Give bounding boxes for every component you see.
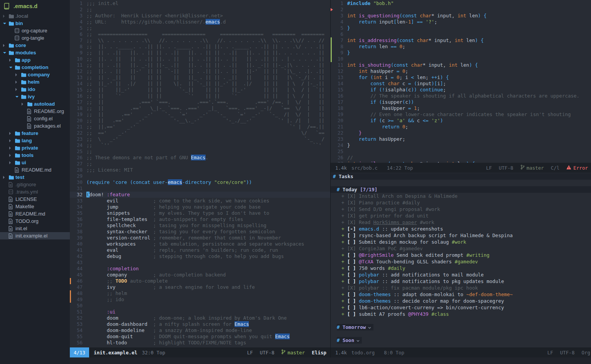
tree-item-readme-org[interactable]: README.org <box>0 108 70 115</box>
org-heading[interactable]: # Soon <box>331 337 591 344</box>
task-row[interactable]: + [ ] @TcXA Touch-bending GLSL shaders #… <box>331 258 591 265</box>
chevron-right-icon[interactable] <box>9 147 15 150</box>
task-row[interactable]: + [ ] lb6-action/convert-curreny => bin/… <box>331 304 591 311</box>
tree-item-org-tangle[interactable]: org-tangle <box>0 34 70 42</box>
doc-file-icon <box>8 219 15 224</box>
modeline-encoding[interactable]: UTF-8 <box>260 350 275 356</box>
tree-item-makefile[interactable]: Makefile <box>0 203 70 210</box>
org-heading[interactable]: # Tomorrow <box>331 324 591 330</box>
git-branch-indicator[interactable]: master <box>520 165 544 171</box>
tree-item--gitignore[interactable]: .gitignore <box>0 181 70 188</box>
chevron-right-icon[interactable] <box>9 154 15 157</box>
chevron-down-icon[interactable] <box>15 96 21 98</box>
task-row[interactable]: + [-] emacs.d :: update screenshots <box>331 226 591 232</box>
org-heading[interactable]: # Tasks <box>331 173 591 180</box>
tree-item-ido[interactable]: ido <box>0 86 70 93</box>
task-row[interactable]: + [X] Send D/D engi proposal #work <box>331 206 591 212</box>
git-branch-indicator[interactable]: master <box>281 349 305 356</box>
chevron-right-icon[interactable] <box>3 15 8 18</box>
echo-area[interactable] <box>70 357 591 364</box>
task-row[interactable]: + [X] Read HorkSimms paper #work <box>331 219 591 226</box>
chevron-right-icon[interactable] <box>9 139 15 142</box>
chevron-right-icon[interactable] <box>15 73 21 76</box>
tree-item-config-el[interactable]: config.el <box>0 115 70 122</box>
tree-item-init-el[interactable]: init.el <box>0 225 70 232</box>
tree-item-feature[interactable]: feature <box>0 130 70 137</box>
modeline-eol[interactable]: LF <box>247 350 253 356</box>
modeline-eol[interactable]: LF <box>486 165 492 171</box>
tree-item-helm[interactable]: helm <box>0 78 70 86</box>
chevron-right-icon[interactable] <box>3 44 8 47</box>
folded-heading[interactable]: # Soon <box>337 337 362 344</box>
task-row[interactable]: + [X] CorgieJam PoC #gamedev <box>331 245 591 252</box>
task-row[interactable]: + [ ] polybar :: add notifications to pk… <box>331 278 591 285</box>
project-root[interactable]: .emacs.d <box>0 0 70 12</box>
task-row[interactable]: + [X] Install Arch on Despina & Halimede <box>331 193 591 199</box>
modeline-encoding[interactable]: UTF-8 <box>560 350 575 356</box>
tree-item-org-capture[interactable]: org-capture <box>0 27 70 34</box>
chevron-right-icon[interactable] <box>9 59 15 62</box>
task-row[interactable]: + [ ] polybar :: add notifications to ma… <box>331 271 591 278</box>
task-row[interactable]: + [X] Piano practice #daily <box>331 199 591 206</box>
tree-item-private[interactable]: private <box>0 144 70 152</box>
modeline-eol[interactable]: LF <box>547 350 553 356</box>
tree-item-ui[interactable]: ui <box>0 159 70 166</box>
tree-item-license[interactable]: LICENSE <box>0 195 70 203</box>
tree-item-readme-md[interactable]: README.md <box>0 210 70 217</box>
task-row[interactable]: + [ ] doom-themes :: adapt doom-molokai … <box>331 291 591 298</box>
error-indicator[interactable]: Error <box>566 165 588 171</box>
chevron-right-icon[interactable] <box>15 88 21 91</box>
folded-heading[interactable]: # Tomorrow <box>337 324 373 330</box>
code-line: 18;; || .==' \_|-_ `===. .===' _|_ `===.… <box>70 105 330 111</box>
modeline-major-mode[interactable]: Elisp <box>312 350 326 356</box>
modeline-major-mode[interactable]: C/l <box>551 165 560 171</box>
task-row[interactable]: + [ ] rsync-based Arch backup script for… <box>331 232 591 239</box>
task-row[interactable]: + [ ] doom-themes :: decide color map fo… <box>331 298 591 304</box>
tree-item-core[interactable]: core <box>0 42 70 49</box>
tree-item-company[interactable]: company <box>0 71 70 78</box>
modeline-encoding[interactable]: UTF-8 <box>499 165 513 171</box>
editor-buffer-init-example[interactable]: 1;;; init.el2;;3;; Author: Henrik Lissne… <box>70 0 330 347</box>
line-number: 8 <box>333 44 343 50</box>
modeline-major-mode[interactable]: Org <box>581 350 590 356</box>
tree-item--travis-yml[interactable]: .travis.yml <box>0 188 70 195</box>
tree-item-modules[interactable]: modules <box>0 49 70 56</box>
tree-item-bin[interactable]: bin <box>0 20 70 27</box>
tasks-buffer[interactable]: # Tasks# Today [7/19]+ [X] Install Arch … <box>331 173 591 347</box>
tree-item--local[interactable]: .local <box>0 12 70 20</box>
task-row[interactable]: + [ ] submit A7 proofs @PHY439 #class <box>331 311 591 317</box>
task-row[interactable]: + [X] get printer for dad unit <box>331 212 591 219</box>
task-row[interactable]: + [ ] @BrightSmile Send back edited prom… <box>331 252 591 258</box>
chevron-right-icon[interactable] <box>3 176 8 179</box>
tree-item-app[interactable]: app <box>0 56 70 64</box>
chevron-right-icon[interactable] <box>15 81 21 84</box>
task-row[interactable]: + [ ] Submit design mockup for solaug #w… <box>331 239 591 245</box>
line-number: 3 <box>333 13 343 19</box>
task-row[interactable]: + [ ] 750 words #daily <box>331 265 591 271</box>
tree-item-ivy[interactable]: ivy <box>0 93 70 100</box>
editor-buffer-bob-c[interactable]: 1#include "bob.h"23int is_questioning(co… <box>331 0 591 163</box>
blank-line <box>331 330 591 337</box>
tree-item-readme-md[interactable]: README.md <box>0 166 70 174</box>
chevron-right-icon[interactable] <box>9 161 15 164</box>
tree-item-todo-org[interactable]: TODO.org <box>0 217 70 225</box>
tree-item-tools[interactable]: tools <box>0 152 70 159</box>
code-line: 3int is_questioning(const char* input, i… <box>331 13 591 19</box>
tree-item-packages-el[interactable]: packages.el <box>0 122 70 130</box>
tree-item-test[interactable]: test <box>0 174 70 181</box>
chevron-right-icon[interactable] <box>22 103 27 106</box>
chevron-down-icon[interactable] <box>3 52 8 54</box>
chevron-right-icon[interactable] <box>9 132 15 135</box>
chevron-down-icon[interactable] <box>3 23 8 24</box>
chevron-down-icon[interactable] <box>9 67 15 68</box>
tree-item-lang[interactable]: lang <box>0 137 70 144</box>
modeline-cursor-position: 32:0 Top <box>142 350 165 356</box>
tree-item-completion[interactable]: completion <box>0 64 70 71</box>
folder-icon <box>15 138 22 143</box>
tree-item-autoload[interactable]: autoload <box>0 100 70 108</box>
code-line: 23 return hasUpper; <box>331 136 591 142</box>
task-row[interactable]: + [X] polybar :: fix pacman module/pkg i… <box>331 285 591 291</box>
code-line: 17 if (isupper(c)) <box>331 99 591 105</box>
tree-item-init-example-el[interactable]: init.example.el <box>0 232 70 239</box>
org-heading[interactable]: # Today [7/19] <box>331 186 591 193</box>
